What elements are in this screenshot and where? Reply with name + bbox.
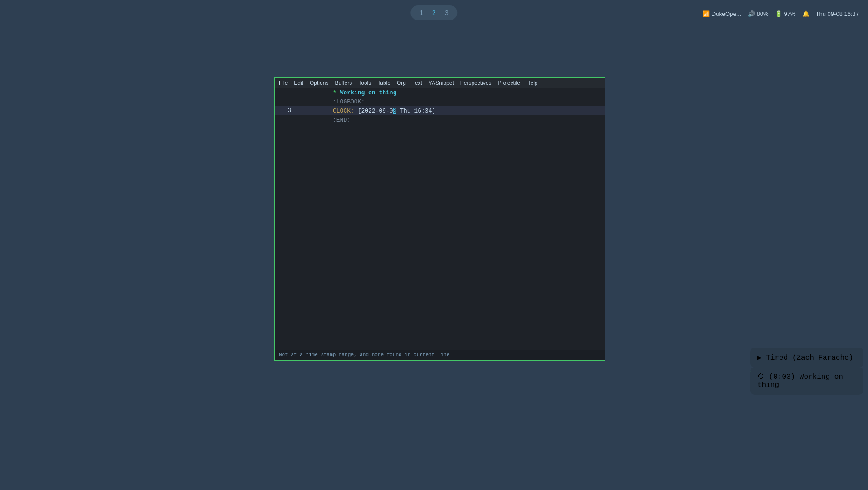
menu-file[interactable]: File <box>279 80 288 86</box>
emacs-window: File Edit Options Buffers Tools Table Or… <box>274 77 605 361</box>
line-number-active: 3 <box>275 108 296 114</box>
workspace-tab-3[interactable]: 3 <box>445 9 449 16</box>
workspace-tab-2[interactable]: 2 <box>432 9 436 16</box>
menu-bar: File Edit Options Buffers Tools Table Or… <box>275 78 605 88</box>
menu-tools[interactable]: Tools <box>358 80 371 86</box>
line-row: :END: <box>275 115 605 124</box>
end-keyword: :END: <box>333 117 351 123</box>
volume-icon: 🔊 <box>748 10 755 17</box>
menu-help[interactable]: Help <box>527 80 538 86</box>
menu-table[interactable]: Table <box>377 80 390 86</box>
menu-buffers[interactable]: Buffers <box>335 80 352 86</box>
wifi-status: 📶 DukeOpe... <box>702 10 741 17</box>
menu-projectile[interactable]: Projectile <box>497 80 520 86</box>
battery-label: 97% <box>784 10 796 17</box>
editor-content: * Working on thing :LOGBOOK: 3 CLOCK: [2… <box>275 88 605 350</box>
modeline: Not at a time-stamp range, and none foun… <box>275 350 605 360</box>
menu-org[interactable]: Org <box>397 80 406 86</box>
battery-icon: 🔋 <box>775 10 782 17</box>
modeline-text: Not at a time-stamp range, and none foun… <box>279 352 449 358</box>
datetime-label: Thu 09-08 16:37 <box>816 10 859 17</box>
workspace-tab-1[interactable]: 1 <box>419 9 423 16</box>
menu-text[interactable]: Text <box>412 80 422 86</box>
topbar: 1 2 3 📶 DukeOpe... 🔊 80% 🔋 97% 🔔 Thu 09-… <box>0 0 868 27</box>
menu-perspectives[interactable]: Perspectives <box>460 80 492 86</box>
volume-status: 🔊 80% <box>748 10 769 17</box>
workspace-tabs[interactable]: 1 2 3 <box>410 5 457 20</box>
clock-widget: ⏱ (0:03) Working on thing <box>750 367 863 395</box>
editor-area[interactable]: * Working on thing :LOGBOOK: 3 CLOCK: [2… <box>275 88 605 350</box>
line-content-end: :END: <box>296 110 605 130</box>
notification-icon[interactable]: 🔔 <box>802 10 809 17</box>
menu-edit[interactable]: Edit <box>294 80 303 86</box>
wifi-icon: 📶 <box>702 10 710 17</box>
music-label: ▶ Tired (Zach Farache) <box>757 353 853 362</box>
wifi-label: DukeOpe... <box>712 10 741 17</box>
menu-yasnippet[interactable]: YASnippet <box>429 80 454 86</box>
volume-label: 80% <box>757 10 769 17</box>
topbar-right: 📶 DukeOpe... 🔊 80% 🔋 97% 🔔 Thu 09-08 16:… <box>702 10 859 17</box>
clock-widget-label: ⏱ (0:03) Working on thing <box>757 372 856 389</box>
music-player[interactable]: ▶ Tired (Zach Farache) <box>750 348 863 368</box>
menu-options[interactable]: Options <box>310 80 328 86</box>
battery-status: 🔋 97% <box>775 10 796 17</box>
